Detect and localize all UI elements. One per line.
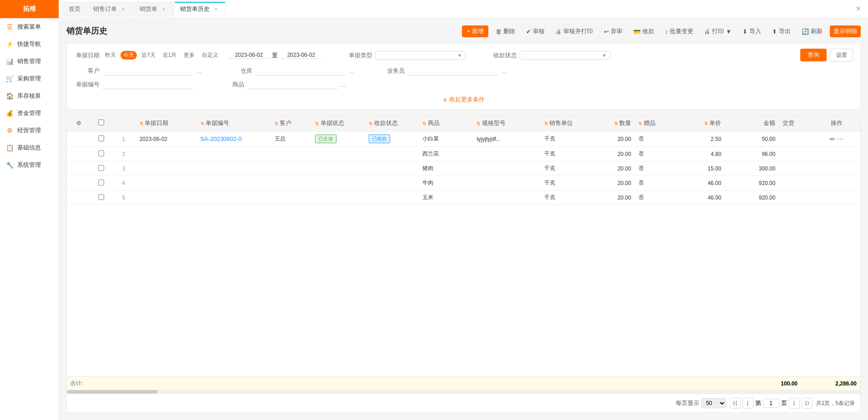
col-date-header[interactable]: ⇅ 单据日期 xyxy=(136,115,197,131)
tab-home[interactable]: 首页 xyxy=(63,2,86,16)
warehouse-input[interactable] xyxy=(255,66,346,75)
col-settings[interactable]: ⚙ xyxy=(67,115,91,131)
export-button[interactable]: ⬆ 导出 xyxy=(768,25,794,37)
col-goods-header[interactable]: ⇅ 商品 xyxy=(419,115,473,131)
next-page-button[interactable]: ⟩ xyxy=(789,398,800,409)
row-checkbox[interactable] xyxy=(98,135,104,141)
customer-input[interactable] xyxy=(102,66,193,75)
sidebar-item-purchase-mgmt[interactable]: 🛒 采购管理 xyxy=(0,70,59,87)
page-number-input[interactable] xyxy=(763,399,779,408)
print-button[interactable]: 🖨 打印 ▼ xyxy=(701,25,735,37)
data-table: ⚙ ⇅ 单据日期 ⇅ 单据编号 ⇅ 客户 ⇅ 单据状态 ⇅ 收款状态 ⇅ 商品 … xyxy=(67,115,860,205)
batch-change-button[interactable]: ↕ 批量变更 xyxy=(662,25,697,37)
query-button[interactable]: 查询 xyxy=(800,49,827,61)
prev-page-button[interactable]: ⟨ xyxy=(743,398,753,409)
warehouse-more[interactable]: ... xyxy=(349,67,354,75)
badge-more[interactable]: 更多 xyxy=(181,51,197,60)
select-all-checkbox[interactable] xyxy=(98,120,104,125)
settings-button[interactable]: 设置 xyxy=(830,49,853,62)
row-doc-no[interactable] xyxy=(197,176,271,190)
badge-7days[interactable]: 近7天 xyxy=(139,51,158,60)
badge-custom[interactable]: 自定义 xyxy=(199,51,221,60)
tab-sales-order[interactable]: 销售订单 × xyxy=(87,2,133,16)
horizontal-scrollbar[interactable] xyxy=(67,390,860,394)
tab-sales-order-close[interactable]: × xyxy=(120,5,127,13)
row-checkbox-cell[interactable] xyxy=(91,176,112,190)
sidebar-item-quick-nav[interactable]: ⚡ 快捷导航 xyxy=(0,35,59,53)
delete-button[interactable]: 🗑 删除 xyxy=(492,25,519,37)
row-checkbox[interactable] xyxy=(98,150,104,156)
tab-sales-history-close[interactable]: × xyxy=(212,5,220,13)
more-action[interactable]: ⋯ xyxy=(837,135,843,143)
doc-no-link[interactable]: SA-20230602-0 xyxy=(201,135,242,142)
sort-spec-icon: ⇅ xyxy=(477,121,480,126)
tab-sales-history[interactable]: 销货单历史 × xyxy=(174,2,226,16)
row-checkbox[interactable] xyxy=(98,165,104,171)
sidebar-item-finance-mgmt[interactable]: 💰 资金管理 xyxy=(0,105,59,122)
col-status-header[interactable]: ⇅ 单据状态 xyxy=(311,115,365,131)
salesperson-input[interactable] xyxy=(407,66,498,75)
collapse-button[interactable]: ∧ 收起更多条件 xyxy=(74,94,853,104)
sidebar-item-inventory-calc[interactable]: 🏠 库存核算 xyxy=(0,87,59,105)
col-action-header: 操作 xyxy=(813,115,860,131)
doc-type-select[interactable]: ▼ xyxy=(375,51,466,60)
collect-button[interactable]: 💳 收款 xyxy=(630,25,658,37)
salesperson-more[interactable]: ... xyxy=(501,67,507,75)
sort-goods-icon: ⇅ xyxy=(422,121,426,126)
badge-1month[interactable]: 近1月 xyxy=(160,51,180,60)
col-qty-header[interactable]: ⇅ 数量 xyxy=(594,115,635,131)
col-customer-header[interactable]: ⇅ 客户 xyxy=(271,115,311,131)
new-button[interactable]: + 新增 xyxy=(462,25,488,37)
close-all-tabs[interactable]: × xyxy=(852,4,864,14)
row-checkbox[interactable] xyxy=(98,180,104,185)
export-label: 导出 xyxy=(779,27,791,35)
row-doc-no[interactable] xyxy=(197,147,271,161)
refresh-button[interactable]: 🔄 刷新 xyxy=(798,25,826,37)
row-doc-no[interactable] xyxy=(197,190,271,205)
sidebar-item-search-menu[interactable]: ☰ 搜索菜单 xyxy=(0,18,59,35)
last-page-button[interactable]: ⟩⟩ xyxy=(802,398,813,409)
col-no-header[interactable]: ⇅ 单据编号 xyxy=(197,115,271,131)
date-to-input[interactable] xyxy=(281,52,321,59)
doc-no-input[interactable] xyxy=(102,80,193,89)
sidebar-item-sys-mgmt[interactable]: 🔧 系统管理 xyxy=(0,156,59,174)
scroll-thumb[interactable] xyxy=(67,390,158,394)
row-checkbox-cell[interactable] xyxy=(91,131,112,147)
col-spec-header[interactable]: ⇅ 规格型号 xyxy=(473,115,541,131)
import-button[interactable]: ⬇ 导入 xyxy=(739,25,765,37)
sort-qty-icon: ⇅ xyxy=(614,121,618,126)
print-dropdown-icon: ▼ xyxy=(726,28,732,35)
sidebar-item-sales-mgmt[interactable]: 📊 销售管理 xyxy=(0,53,59,70)
row-checkbox[interactable] xyxy=(98,194,104,200)
row-doc-status: 已生效 xyxy=(311,131,365,147)
col-checkbox-header[interactable] xyxy=(91,115,112,131)
sidebar-item-label: 销售管理 xyxy=(17,57,41,65)
abandon-button[interactable]: ↩ 弃审 xyxy=(600,25,626,37)
sidebar-item-basic-info[interactable]: 📋 基础信息 xyxy=(0,139,59,156)
show-details-button[interactable]: 显示明细 xyxy=(830,25,861,37)
badge-yesterday[interactable]: 昨天 xyxy=(102,51,119,60)
row-doc-no[interactable] xyxy=(197,161,271,176)
goods-input[interactable] xyxy=(247,80,338,89)
row-doc-no[interactable]: SA-20230602-0 xyxy=(197,131,271,147)
sidebar-item-ops-mgmt[interactable]: ⚙ 经营管理 xyxy=(0,122,59,139)
tab-sales-goods-close[interactable]: × xyxy=(160,5,167,13)
first-page-button[interactable]: ⟨⟨ xyxy=(730,398,741,409)
row-checkbox-cell[interactable] xyxy=(91,161,112,176)
tab-sales-goods[interactable]: 销货单 × xyxy=(134,2,173,16)
row-checkbox-cell[interactable] xyxy=(91,190,112,205)
pay-status-select[interactable]: ▼ xyxy=(520,51,611,60)
date-from-input[interactable] xyxy=(228,52,269,59)
col-price-header[interactable]: ⇅ 单价 xyxy=(671,115,725,131)
review-button[interactable]: ✔ 审核 xyxy=(522,25,548,37)
row-checkbox-cell[interactable] xyxy=(91,147,112,161)
per-page-select[interactable]: 50 100 200 xyxy=(701,398,726,408)
badge-today[interactable]: 今天 xyxy=(120,51,137,60)
customer-more[interactable]: ... xyxy=(196,67,201,75)
col-pay-status-header[interactable]: ⇅ 收款状态 xyxy=(365,115,419,131)
goods-more[interactable]: ... xyxy=(341,81,346,88)
col-gift-header[interactable]: ⇅ 赠品 xyxy=(635,115,671,131)
review-print-button[interactable]: 🖨 审核并打印 xyxy=(552,25,597,37)
edit-action[interactable]: ✏ xyxy=(830,135,835,143)
col-unit-header[interactable]: ⇅ 销售单位 xyxy=(541,115,594,131)
